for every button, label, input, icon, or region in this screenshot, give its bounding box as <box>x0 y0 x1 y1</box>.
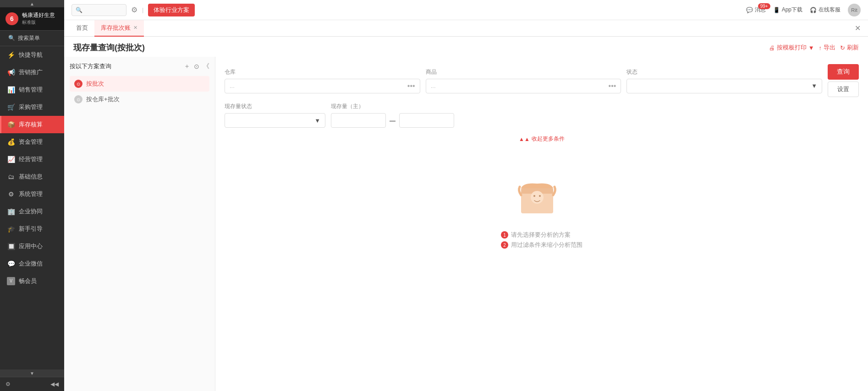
filter-item-by-batch[interactable]: ⊙ 按批次 <box>70 76 209 92</box>
sidebar-item-operations[interactable]: 📈 经营管理 <box>0 151 64 168</box>
sidebar-item-label: 新手引导 <box>19 225 43 233</box>
app-download-label: App下载 <box>782 6 802 14</box>
sidebar-header: 6 畅康通好生意 标准版 <box>0 7 64 31</box>
print-btn-label: 按模板打印 <box>777 43 807 52</box>
status-label: 状态 <box>626 68 822 76</box>
collapse-bar-label: 收起更多条件 <box>532 135 565 143</box>
warehouse-field: 仓库 ... ••• <box>225 68 420 93</box>
sidebar-item-marketing[interactable]: 📢 营销推广 <box>0 64 64 81</box>
warehouse-input[interactable]: ... ••• <box>225 79 420 93</box>
inventory-qty-label: 现存量（主） <box>331 103 468 110</box>
export-icon: ↑ <box>819 44 822 51</box>
sidebar-item-label: 资金管理 <box>19 138 43 146</box>
status-select[interactable]: ▼ <box>626 79 822 93</box>
form-settings-btn[interactable]: 设置 <box>828 81 859 97</box>
page-header: 现存量查询(按批次) 🖨 按模板打印 ▼ ↑ 导出 ↻ 刷新 <box>64 37 868 57</box>
sidebar-item-membership[interactable]: V 畅会员 <box>0 272 64 290</box>
product-more-icon[interactable]: ••• <box>609 82 616 90</box>
topbar-gear-btn[interactable]: ⚙ <box>131 5 137 14</box>
inventory-status-label: 现存量状态 <box>225 103 325 110</box>
sidebar-item-system[interactable]: ⚙ 系统管理 <box>0 185 64 203</box>
topbar: 🔍 ⚙ | 体验行业方案 💬 消息 99+ 📱 App下载 🎧 在线客服 Rit <box>64 0 868 20</box>
message-icon: 💬 <box>746 7 753 13</box>
user-avatar: Rit <box>848 4 861 16</box>
tip2-num: 2 <box>501 241 508 249</box>
query-btn[interactable]: 查询 <box>828 64 859 80</box>
export-btn[interactable]: ↑ 导出 <box>819 43 836 52</box>
filter-collapse-btn[interactable]: 《 <box>203 62 209 71</box>
product-input[interactable]: ... ••• <box>426 79 621 93</box>
tab-right-controls: ✕ <box>853 22 863 34</box>
search-icon: 🔍 <box>8 35 15 41</box>
trial-industry-btn[interactable]: 体验行业方案 <box>148 4 195 16</box>
sidebar-search[interactable]: 🔍 搜索菜单 <box>0 31 64 46</box>
sidebar-item-label: 快捷导航 <box>19 51 43 59</box>
product-field: 商品 ... ••• <box>426 68 621 93</box>
settings-footer-btn[interactable]: ⚙ <box>5 381 11 387</box>
collapse-bar[interactable]: ▲▲ 收起更多条件 <box>225 133 859 145</box>
app-center-icon: 🔲 <box>7 242 15 250</box>
sidebar: ▲ 6 畅康通好生意 标准版 🔍 搜索菜单 ⚡ 快捷导航 📢 营销推广 📊 销售… <box>0 0 64 391</box>
online-service-btn[interactable]: 🎧 在线客服 <box>810 6 841 14</box>
sidebar-item-label: 经营管理 <box>19 155 43 163</box>
sidebar-item-purchase[interactable]: 🛒 采购管理 <box>0 98 64 116</box>
product-label: 商品 <box>426 68 621 76</box>
sidebar-item-app-center[interactable]: 🔲 应用中心 <box>0 238 64 255</box>
collapse-sidebar-btn[interactable]: ◀◀ <box>50 381 59 387</box>
sidebar-scroll-up[interactable]: ▲ <box>0 0 64 7</box>
user-profile-btn[interactable]: Rit <box>848 4 861 16</box>
tip1-text: 请先选择要分析的方案 <box>511 231 571 239</box>
empty-state-icon <box>514 172 569 218</box>
filter-item-by-batch-label: 按批次 <box>86 80 104 88</box>
inventory-qty-min[interactable] <box>331 113 386 128</box>
sidebar-scroll-down[interactable]: ▼ <box>0 369 64 377</box>
print-btn[interactable]: 🖨 按模板打印 ▼ <box>769 43 814 52</box>
sidebar-item-sales[interactable]: 📊 销售管理 <box>0 81 64 98</box>
quick-nav-icon: ⚡ <box>7 51 15 59</box>
purchase-icon: 🛒 <box>7 103 15 111</box>
refresh-btn[interactable]: ↻ 刷新 <box>840 43 859 52</box>
tab-batch-account-close[interactable]: ✕ <box>133 25 137 31</box>
app-download-btn[interactable]: 📱 App下载 <box>773 6 802 14</box>
sidebar-item-new-guide[interactable]: 🎓 新手引导 <box>0 220 64 238</box>
sidebar-item-label: 系统管理 <box>19 190 43 198</box>
inventory-qty-max[interactable] <box>399 113 454 128</box>
tabs-bar: 首页 库存批次账 ✕ ✕ <box>64 20 868 37</box>
sidebar-footer: ⚙ ◀◀ <box>0 377 64 391</box>
search-row-2: 现存量状态 ▼ 现存量（主） — <box>225 103 859 128</box>
app-download-icon: 📱 <box>773 7 780 13</box>
range-dash: — <box>390 117 396 124</box>
sidebar-item-finance[interactable]: 💰 资金管理 <box>0 133 64 151</box>
sidebar-item-wechat[interactable]: 💬 企业微信 <box>0 255 64 272</box>
refresh-btn-label: 刷新 <box>847 43 859 52</box>
tab-close-all-btn[interactable]: ✕ <box>853 22 863 34</box>
filter-panel-title-text: 按以下方案查询 <box>70 62 111 71</box>
sidebar-item-inventory[interactable]: 📦 库存核算 <box>0 116 64 133</box>
sidebar-item-label: 畅会员 <box>19 277 37 285</box>
content-body: 按以下方案查询 ＋ ⊙ 《 ⊙ 按批次 ⊙ 按仓库+批次 <box>64 57 868 391</box>
tab-batch-account[interactable]: 库存批次账 ✕ <box>94 20 144 37</box>
warehouse-more-icon[interactable]: ••• <box>407 82 415 90</box>
user-name: Rit <box>851 7 857 13</box>
add-filter-btn[interactable]: ＋ <box>184 62 190 71</box>
wechat-icon: 💬 <box>7 260 15 268</box>
topbar-search-icon: 🔍 <box>76 7 82 13</box>
online-service-label: 在线客服 <box>819 6 841 14</box>
filter-settings-btn[interactable]: ⊙ <box>194 63 199 70</box>
sidebar-item-enterprise[interactable]: 🏢 企业协同 <box>0 203 64 220</box>
topbar-search[interactable]: 🔍 <box>71 4 126 16</box>
sidebar-item-label: 基础信息 <box>19 173 43 181</box>
empty-state: 1 请先选择要分析的方案 2 用过滤条件来缩小分析范围 <box>225 145 859 278</box>
sidebar-item-quick-nav[interactable]: ⚡ 快捷导航 <box>0 46 64 64</box>
sidebar-item-basics[interactable]: 🗂 基础信息 <box>0 168 64 185</box>
status-dropdown-icon: ▼ <box>811 82 817 89</box>
query-action-col: 查询 设置 <box>828 64 859 97</box>
by-batch-icon: ⊙ <box>74 80 82 88</box>
messages-btn[interactable]: 💬 消息 99+ <box>746 6 766 14</box>
inventory-status-select[interactable]: ▼ <box>225 113 325 128</box>
status-field: 状态 ▼ <box>626 68 822 93</box>
tab-home[interactable]: 首页 <box>70 20 94 37</box>
topbar-divider: | <box>142 6 143 13</box>
marketing-icon: 📢 <box>7 68 15 76</box>
filter-item-by-warehouse-batch[interactable]: ⊙ 按仓库+批次 <box>70 92 209 107</box>
